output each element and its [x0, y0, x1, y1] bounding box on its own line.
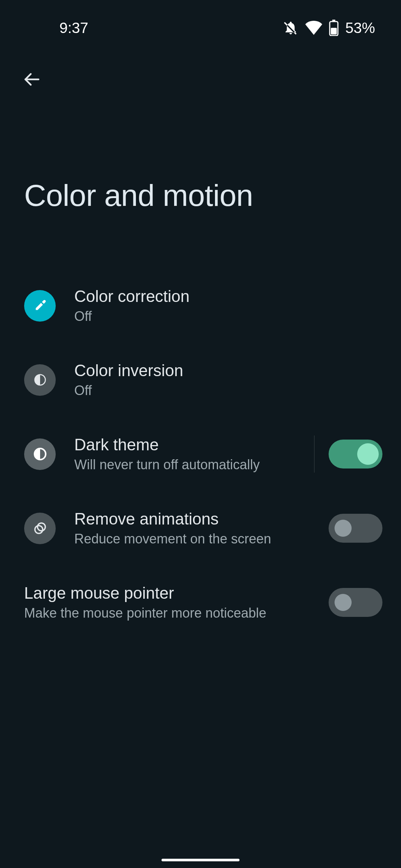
- status-time: 9:37: [19, 20, 88, 36]
- setting-subtitle: Reduce movement on the screen: [74, 531, 329, 547]
- setting-subtitle: Make the mouse pointer more noticeable: [24, 605, 329, 621]
- svg-rect-2: [331, 28, 337, 34]
- large-mouse-pointer-row[interactable]: Large mouse pointer Make the mouse point…: [0, 565, 401, 640]
- remove-animations-row[interactable]: Remove animations Reduce movement on the…: [0, 491, 401, 565]
- app-bar: [0, 45, 401, 93]
- setting-subtitle: Off: [74, 309, 382, 324]
- eyedropper-icon: [24, 290, 56, 322]
- setting-title: Color correction: [74, 287, 382, 306]
- setting-subtitle: Will never turn off automatically: [74, 457, 310, 473]
- back-button[interactable]: [19, 67, 45, 93]
- dnd-off-icon: [283, 20, 299, 36]
- large-mouse-pointer-toggle[interactable]: [329, 588, 382, 617]
- setting-title: Large mouse pointer: [24, 584, 329, 602]
- color-correction-row[interactable]: Color correction Off: [0, 269, 401, 343]
- setting-title: Color inversion: [74, 361, 382, 380]
- arrow-back-icon: [22, 70, 41, 90]
- vertical-divider: [314, 435, 314, 473]
- settings-list: Color correction Off Color inversion Off…: [0, 213, 401, 640]
- setting-title: Remove animations: [74, 510, 329, 528]
- setting-title: Dark theme: [74, 435, 310, 454]
- dark-mode-icon: [24, 438, 56, 470]
- contrast-icon: [24, 364, 56, 396]
- dark-theme-row[interactable]: Dark theme Will never turn off automatic…: [0, 417, 401, 491]
- dark-theme-toggle[interactable]: [329, 440, 382, 468]
- status-bar: 9:37 53%: [0, 0, 401, 45]
- animation-icon: [24, 513, 56, 544]
- navigation-handle[interactable]: [162, 859, 239, 861]
- battery-percent: 53%: [345, 20, 375, 36]
- color-inversion-row[interactable]: Color inversion Off: [0, 343, 401, 417]
- remove-animations-toggle[interactable]: [329, 514, 382, 543]
- status-icons: 53%: [283, 20, 382, 36]
- setting-subtitle: Off: [74, 383, 382, 398]
- page-title: Color and motion: [0, 93, 401, 213]
- battery-icon: [329, 20, 339, 36]
- wifi-icon: [305, 21, 322, 35]
